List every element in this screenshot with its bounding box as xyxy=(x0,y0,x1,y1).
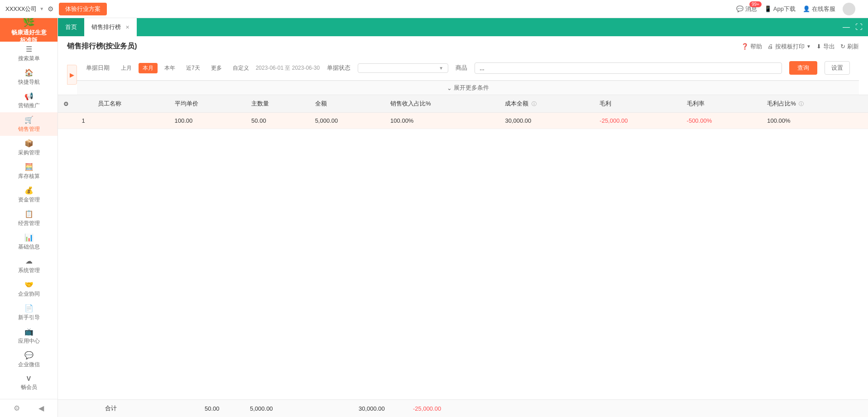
settings-icon[interactable]: ⚙ xyxy=(48,5,53,13)
tab-active-label: 销售排行榜 xyxy=(91,23,121,31)
table-footer: 合计 50.00 5,000.00 30,000.00 -25,000.00 xyxy=(58,399,868,417)
th-gross-pct: 毛利占比% ⓘ xyxy=(762,95,868,113)
status-filter-label: 单据状态 xyxy=(327,64,350,72)
sidebar-logo: 🌿 畅康通好生意 标准版 xyxy=(0,18,58,42)
message-button[interactable]: 💬 消息 99+ xyxy=(736,5,757,13)
setting-button[interactable]: 设置 xyxy=(825,61,850,75)
date-range-display: 2023-06-01 至 2023-06-30 xyxy=(256,64,320,72)
th-gross: 毛利 xyxy=(594,95,681,113)
refresh-label: 刷新 xyxy=(847,43,859,51)
th-sales-pct: 销售收入占比% xyxy=(385,95,499,113)
marketing-icon: 📢 xyxy=(24,92,34,101)
sidebar: 🌿 畅康通好生意 标准版 ☰ 搜索菜单 🏠 快捷导航 📢 营销推广 🛒 销售管理… xyxy=(0,18,58,417)
service-icon: 👤 xyxy=(803,5,810,12)
date-btn-7days[interactable]: 近7天 xyxy=(182,63,204,73)
th-gross-rate: 毛利率 xyxy=(681,95,762,113)
trial-button[interactable]: 体验行业方案 xyxy=(59,3,107,15)
sidebar-item-shortcut[interactable]: 🏠 快捷导航 xyxy=(0,65,58,89)
status-select[interactable]: ▼ xyxy=(358,63,448,73)
filter-row-1: 单据日期 上月 本月 本年 近7天 更多 自定义 2023-06-01 至 20… xyxy=(86,61,850,75)
operation-icon: 📋 xyxy=(24,210,34,218)
date-btn-this-month[interactable]: 本月 xyxy=(139,63,158,73)
sidebar-item-sales[interactable]: 🛒 销售管理 xyxy=(0,112,58,136)
sidebar-item-system[interactable]: ☁ 系统管理 xyxy=(0,254,58,277)
sidebar-item-marketing[interactable]: 📢 营销推广 xyxy=(0,89,58,112)
footer-total-label: 合计 xyxy=(100,404,154,412)
bottom-gear-icon[interactable]: ⚙ xyxy=(14,404,20,412)
print-icon: 🖨 xyxy=(767,43,773,50)
sidebar-item-finance[interactable]: 💰 资金管理 xyxy=(0,183,58,206)
collapse-filter-button[interactable]: ▶ xyxy=(67,65,77,85)
date-btn-this-year[interactable]: 本年 xyxy=(160,63,179,73)
sidebar-item-wechat[interactable]: 💬 企业微信 xyxy=(0,348,58,371)
goods-filter-label: 商品 xyxy=(456,64,467,72)
date-filter-label: 单据日期 xyxy=(86,64,110,72)
date-btn-custom[interactable]: 自定义 xyxy=(229,63,253,73)
sidebar-item-purchase[interactable]: 📦 采购管理 xyxy=(0,136,58,159)
date-btn-prev-month[interactable]: 上月 xyxy=(117,63,136,73)
sidebar-item-inventory[interactable]: 🧮 库存核算 xyxy=(0,159,58,183)
th-settings[interactable]: ⚙ xyxy=(58,95,74,113)
search-menu-icon: ☰ xyxy=(26,45,32,53)
page-title-row: 销售排行榜(按业务员) ❓ 帮助 🖨 按模板打印 ▼ ⬇ xyxy=(67,42,859,51)
online-service-button[interactable]: 👤 在线客服 xyxy=(803,5,835,13)
tab-close-icon[interactable]: ✕ xyxy=(125,24,129,30)
row-gross-pct: 100.00% xyxy=(762,113,868,129)
sidebar-item-member[interactable]: V 畅会员 xyxy=(0,371,58,395)
sidebar-bottom: ⚙ ◀ xyxy=(0,399,58,417)
basic-icon: 📊 xyxy=(24,233,34,242)
tab-home-label: 首页 xyxy=(65,23,77,31)
status-arrow-icon: ▼ xyxy=(439,66,443,71)
footer-gross: -25,000.00 xyxy=(408,405,462,412)
row-amount: 5,000.00 xyxy=(310,113,385,129)
sidebar-item-basic[interactable]: 📊 基础信息 xyxy=(0,230,58,254)
filter-area: 单据日期 上月 本月 本年 近7天 更多 自定义 2023-06-01 至 20… xyxy=(77,56,859,81)
sidebar-item-apps[interactable]: 📺 应用中心 xyxy=(0,324,58,348)
tab-sales-ranking[interactable]: 销售排行榜 ✕ xyxy=(84,18,137,36)
member-icon: V xyxy=(27,375,31,382)
row-sales-pct: 100.00% xyxy=(385,113,499,129)
gross-pct-info-icon[interactable]: ⓘ xyxy=(799,101,804,106)
avatar[interactable] xyxy=(843,3,855,15)
bottom-collapse-icon[interactable]: ◀ xyxy=(38,404,44,412)
th-cost: 成本全额 ⓘ xyxy=(499,95,594,113)
inventory-icon: 🧮 xyxy=(24,163,34,171)
cost-info-icon[interactable]: ⓘ xyxy=(532,101,537,106)
company-selector[interactable]: XXXXX公司 ▼ xyxy=(5,5,44,13)
app-icon: 📱 xyxy=(764,5,772,12)
expand-filters-button[interactable]: ⌄ 展开更多条件 xyxy=(77,81,859,95)
goods-select[interactable]: ... xyxy=(475,62,782,74)
sidebar-item-operation[interactable]: 📋 经营管理 xyxy=(0,206,58,230)
tab-maximize-icon[interactable]: ⛶ xyxy=(855,23,863,31)
ranking-table: ⚙ 员工名称 平均单价 主数量 全额 销售收入占比% 成本全额 ⓘ 毛利 xyxy=(58,95,868,129)
app-download-button[interactable]: 📱 App下载 xyxy=(764,5,796,13)
query-button[interactable]: 查询 xyxy=(789,61,817,75)
content-area: 首页 销售排行榜 ✕ — ⛶ 销售排行榜(按业务员) ❓ 帮助 xyxy=(58,18,868,417)
footer-quantity: 50.00 xyxy=(199,405,245,412)
print-button[interactable]: 🖨 按模板打印 ▼ xyxy=(767,43,811,51)
sidebar-item-guide[interactable]: 📄 新手引导 xyxy=(0,301,58,324)
refresh-button[interactable]: ↻ 刷新 xyxy=(840,43,859,51)
guide-icon: 📄 xyxy=(24,304,34,312)
tab-home[interactable]: 首页 xyxy=(58,18,84,36)
purchase-icon: 📦 xyxy=(24,139,34,148)
table-row: 1 100.00 50.00 5,000.00 100.00% 30,000.0… xyxy=(58,113,868,129)
sidebar-item-search[interactable]: ☰ 搜索菜单 xyxy=(0,42,58,65)
main-layout: 🌿 畅康通好生意 标准版 ☰ 搜索菜单 🏠 快捷导航 📢 营销推广 🛒 销售管理… xyxy=(0,18,868,417)
export-button[interactable]: ⬇ 导出 xyxy=(816,43,835,51)
row-settings xyxy=(58,113,74,129)
message-icon: 💬 xyxy=(736,5,743,12)
help-label: 帮助 xyxy=(750,43,762,51)
date-filter: 上月 本月 本年 近7天 更多 自定义 2023-06-01 至 2023-06… xyxy=(117,63,320,73)
tab-minimize-icon[interactable]: — xyxy=(843,23,850,31)
sidebar-item-enterprise[interactable]: 🤝 企业协同 xyxy=(0,277,58,301)
page-content: 销售排行榜(按业务员) ❓ 帮助 🖨 按模板打印 ▼ ⬇ xyxy=(58,36,868,417)
date-btn-more[interactable]: 更多 xyxy=(207,63,226,73)
help-button[interactable]: ❓ 帮助 xyxy=(741,43,762,51)
th-rank xyxy=(74,95,92,113)
th-avg-price: 平均单价 xyxy=(169,95,246,113)
top-right-area: 💬 消息 99+ 📱 App下载 👤 在线客服 xyxy=(736,3,863,15)
enterprise-icon: 🤝 xyxy=(24,280,34,289)
goods-placeholder: ... xyxy=(480,65,484,72)
page-header: 销售排行榜(按业务员) ❓ 帮助 🖨 按模板打印 ▼ ⬇ xyxy=(58,36,868,95)
